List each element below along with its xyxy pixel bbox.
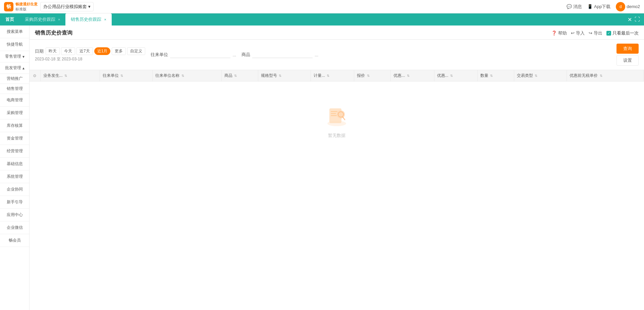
sidebar-item-inventory[interactable]: 库存核算 [0, 119, 29, 132]
col-unit-code[interactable]: 往来单位 ⇅ [100, 70, 152, 82]
col-quoted[interactable]: 报价 ⇅ [354, 70, 391, 82]
date-btn-7days[interactable]: 近7天 [76, 47, 93, 55]
sidebar-item-member[interactable]: 畅会员 [0, 234, 29, 247]
user-label: demo2 [627, 4, 640, 9]
sidebar-item-newbie[interactable]: 新手引导 [0, 196, 29, 209]
sidebar-operations-label: 经营管理 [7, 148, 23, 154]
last-one-label: 只看最后一次 [612, 30, 639, 36]
logo-line2: 标准版 [15, 7, 38, 11]
app-download-button[interactable]: 📱 App下载 [587, 4, 610, 10]
sidebar-item-marketing[interactable]: 营销推广 [0, 74, 29, 84]
export-icon: ↪ [589, 31, 592, 36]
sidebar-enterprise-label: 企业协同 [7, 187, 23, 192]
logo-icon: 畅 [4, 2, 13, 11]
col-trade-type[interactable]: 交易类型 ⇅ [514, 70, 567, 82]
import-button[interactable]: ↩ 导入 [571, 30, 585, 36]
date-btn-custom[interactable]: 自定义 [127, 47, 145, 55]
close-tab-icon[interactable]: ✕ [628, 16, 632, 23]
col-goods[interactable]: 商品 ⇅ [221, 70, 258, 82]
sort-icon: ⇅ [120, 74, 123, 78]
account-selector[interactable]: 办公用品行业模拟账套 ▾ [40, 2, 94, 11]
date-btn-1month[interactable]: 近1月 [94, 47, 111, 55]
tab-sales-close[interactable]: × [104, 17, 106, 21]
top-bar-left: 畅 畅捷通好生意 标准版 办公用品行业模拟账套 ▾ [4, 2, 94, 11]
query-button[interactable]: 查询 [616, 44, 639, 54]
svg-line-7 [343, 117, 345, 120]
tab-bar-actions: ✕ ⛶ [628, 16, 644, 23]
page-content: 销售历史价查询 ❓ 帮助 ↩ 导入 ↪ 导出 ✓ [30, 25, 644, 310]
sidebar-item-purchase[interactable]: 采购管理 [0, 107, 29, 119]
tab-purchase-close[interactable]: × [58, 17, 60, 21]
sidebar-item-wholesale[interactable]: 批发管理 ▴ [0, 62, 29, 74]
message-button[interactable]: 💬 消息 [567, 4, 582, 10]
col-unit[interactable]: 计量... ⇅ [311, 70, 354, 82]
sidebar: 搜索菜单 快捷导航 零售管理 ▾ 批发管理 ▴ 营销推广 销售管理 电商管理 采… [0, 25, 30, 310]
svg-rect-3 [331, 113, 336, 114]
message-label: 消息 [573, 4, 582, 10]
chevron-down-icon: ▾ [22, 54, 24, 59]
date-filter-group: 日期 昨天 今天 近7天 近1月 更多 自定义 2023-02-18 至 202… [35, 47, 145, 62]
tab-sales[interactable]: 销售历史价跟踪 × [65, 13, 111, 25]
col-discount2[interactable]: 优惠... ⇅ [434, 70, 477, 82]
date-btn-yesterday[interactable]: 昨天 [46, 47, 60, 55]
help-label: 帮助 [558, 30, 567, 36]
sort-icon: ⇅ [535, 74, 537, 78]
col-unit-name[interactable]: 往来单位名称 ⇅ [153, 70, 222, 82]
col-biz-date[interactable]: 业务发生... ⇅ [40, 70, 100, 82]
gear-icon[interactable]: ⚙ [33, 73, 37, 78]
sidebar-item-apps[interactable]: 应用中心 [0, 209, 29, 221]
sort-icon: ⇅ [279, 74, 281, 78]
logo-line1: 畅捷通好生意 [15, 2, 38, 6]
user-menu[interactable]: d demo2 [616, 2, 640, 11]
top-bar-right: 💬 消息 📱 App下载 d demo2 [567, 2, 640, 11]
sidebar-item-finance[interactable]: 资金管理 [0, 132, 29, 145]
date-btn-more[interactable]: 更多 [112, 47, 126, 55]
sidebar-item-system[interactable]: 系统管理 [0, 170, 29, 183]
goods-filter-dots[interactable]: ... [315, 52, 318, 57]
expand-icon[interactable]: ⛶ [635, 16, 640, 22]
sort-icon: ⇅ [450, 74, 453, 78]
export-label: 导出 [594, 30, 602, 36]
filter-right: 查询 设置 [616, 44, 639, 66]
sidebar-item-search[interactable]: 搜索菜单 [0, 25, 29, 38]
settings-button[interactable]: 设置 [616, 55, 639, 66]
sidebar-item-wechat[interactable]: 企业微信 [0, 221, 29, 234]
export-button[interactable]: ↪ 导出 [589, 30, 602, 36]
filter-bar: 日期 昨天 今天 近7天 近1月 更多 自定义 2023-02-18 至 202… [30, 40, 644, 70]
sidebar-marketing-label: 营销推广 [7, 76, 23, 81]
sidebar-item-retail[interactable]: 零售管理 ▾ [0, 51, 29, 62]
sidebar-item-operations[interactable]: 经营管理 [0, 145, 29, 158]
main-layout: 搜索菜单 快捷导航 零售管理 ▾ 批发管理 ▴ 营销推广 销售管理 电商管理 采… [0, 25, 644, 310]
help-button[interactable]: ❓ 帮助 [551, 30, 567, 36]
col-spec[interactable]: 规格型号 ⇅ [258, 70, 311, 82]
account-label: 办公用品行业模拟账套 [43, 4, 87, 10]
table-head: ⚙ 业务发生... ⇅ 往来单位 ⇅ 往来单位名称 ⇅ [30, 70, 644, 82]
date-range-display: 2023-02-18 至 2023-03-18 [35, 56, 145, 62]
sidebar-shortcut-label: 快捷导航 [7, 42, 23, 47]
tab-home[interactable]: 首页 [0, 13, 19, 25]
sidebar-system-label: 系统管理 [7, 174, 23, 179]
unit-filter-input[interactable] [170, 51, 230, 58]
message-icon: 💬 [567, 4, 572, 9]
sidebar-item-shortcut[interactable]: 快捷导航 [0, 38, 29, 51]
sort-icon: ⇅ [327, 74, 329, 78]
sidebar-item-basics[interactable]: 基础信息 [0, 158, 29, 170]
col-discount1[interactable]: 优惠... ⇅ [391, 70, 434, 82]
logo-area: 畅 畅捷通好生意 标准版 [4, 2, 38, 11]
last-one-checkbox[interactable]: ✓ 只看最后一次 [606, 30, 639, 36]
chevron-up-icon: ▴ [22, 66, 24, 70]
sidebar-item-ecommerce[interactable]: 电商管理 [0, 94, 29, 107]
goods-filter-input[interactable] [252, 51, 313, 58]
date-btn-today[interactable]: 今天 [61, 47, 75, 55]
tab-purchase[interactable]: 采购历史价跟踪 × [19, 13, 65, 25]
page-title: 销售历史价查询 [35, 30, 72, 37]
col-qty[interactable]: 数量 ⇅ [477, 70, 514, 82]
col-pre-tax[interactable]: 优惠前无税单价 ⇅ [567, 70, 644, 82]
sidebar-item-enterprise[interactable]: 企业协同 [0, 183, 29, 196]
query-button-group: 查询 设置 [616, 44, 639, 66]
sidebar-inventory-label: 库存核算 [7, 123, 23, 128]
unit-filter-dots[interactable]: ... [232, 52, 236, 57]
sidebar-item-sales-mgmt[interactable]: 销售管理 [0, 84, 29, 94]
sidebar-search-label: 搜索菜单 [7, 29, 23, 35]
svg-rect-4 [331, 115, 337, 116]
